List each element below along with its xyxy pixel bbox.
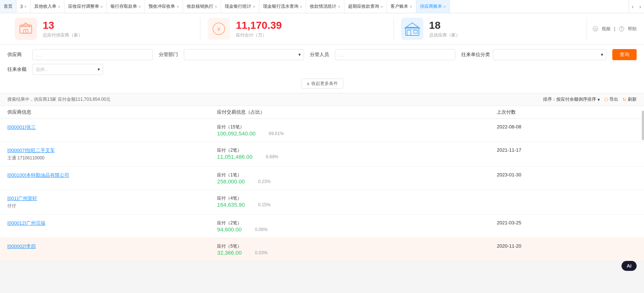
balance-filter-select[interactable]: 选择... ▾ [32, 64, 103, 75]
nav-tab-supplier-ledger[interactable]: 供应商账本 × [416, 0, 450, 13]
tx-info-cell: 应付（4笔） 164,635.90 0.15% [217, 195, 497, 208]
supplier-filter-input[interactable]: ... [32, 49, 153, 60]
person-dots-icon: ... [338, 51, 344, 58]
circle-icon2: ? [619, 26, 624, 31]
summary-card-total-suppliers: 18 总供应商（家） [394, 18, 587, 40]
supplier-name-link[interactable]: [000001]张三 [7, 124, 36, 130]
table-row: [000001]张三 应付（15笔） 100,092,540.00 89.61%… [0, 119, 644, 142]
nav-tab-adjustment[interactable]: 应收应付调整单 × [64, 0, 107, 13]
category-filter-label: 往来单位分类 [461, 51, 490, 58]
nav-tab-cash-flow[interactable]: 现金银行流水查询 × [259, 0, 306, 13]
filter-dept: 分管部门 ▾ [159, 49, 304, 60]
tx-pct-2: 0.23% [258, 179, 270, 184]
circle-icon: ⊙ [593, 26, 598, 31]
tx-amount-link-0[interactable]: 100,092,540.00 [217, 130, 255, 137]
payable-supplier-label: 总应付供应商（家） [43, 32, 83, 38]
nav-tab-collection-stat-label: 收款情况统计 [310, 3, 336, 10]
nav-tab-home[interactable]: 首页 [0, 0, 17, 13]
close-icon[interactable]: × [101, 4, 103, 9]
close-icon[interactable]: × [215, 4, 217, 9]
supplier-sub-1: 王通 17106110000 [7, 155, 217, 161]
nav-tab-supplier-ledger-label: 供应商账本 [420, 3, 442, 10]
nav-tab-home-label: 首页 [4, 3, 13, 10]
refresh-button[interactable]: ↻ 刷新 [623, 96, 637, 103]
tx-amount-link-1[interactable]: 11,051,486.00 [217, 154, 252, 160]
tx-pct-5: 0.03% [255, 250, 267, 255]
nav-tab-other-income[interactable]: 其他收入单 × [31, 0, 64, 13]
nav-tab-prepay[interactable]: 预收冲应收单 × [145, 0, 183, 13]
result-info: 搜索结果中，供应商13家 应付金额111,703,854.00元 [7, 96, 111, 103]
nav-tab-adjustment-label: 应收应付调整单 [68, 3, 99, 10]
summary-info-amount: 11,170.39 应付合计（万） [236, 19, 282, 39]
close-icon[interactable]: × [253, 4, 255, 9]
close-icon[interactable]: × [24, 4, 27, 9]
last-pay-date-4: 2021-03-25 [497, 220, 521, 225]
result-info-text: 搜索结果中，供应商13家 应付金额111,703,854.00元 [7, 96, 111, 103]
nav-tab-customer-ledger[interactable]: 客户账本 × [387, 0, 416, 13]
summary-card-total-amount: ¥ 11,170.39 应付合计（万） [200, 18, 393, 40]
help-link[interactable]: 帮助 [628, 26, 637, 32]
export-icon: ⬡ [604, 97, 608, 102]
nav-prev-button[interactable]: ‹ [629, 0, 637, 13]
filter-balance: 往来余额 选择... ▾ [7, 64, 103, 75]
table-row: [001]广州荣轩 仔仔 应付（4笔） 164,635.90 0.15% [0, 190, 644, 215]
dept-filter-select[interactable]: ▾ [184, 49, 304, 60]
collapse-filter-button[interactable]: ∧ 收起更多条件 [301, 79, 343, 89]
category-filter-select[interactable]: ▾ [493, 49, 607, 60]
supplier-name-link[interactable]: [001]广州荣轩 [7, 196, 37, 201]
nav-next-button[interactable]: › [636, 0, 644, 13]
nav-tab-bank-deposit[interactable]: 银行存取款单 × [107, 0, 145, 13]
tx-amount-link-5[interactable]: 32,366.00 [217, 249, 242, 256]
nav-tab-collection-stat[interactable]: 收款情况统计 × [306, 0, 344, 13]
supplier-name-link[interactable]: [000100]本特勤油品有限公司 [7, 172, 69, 178]
supplier-info-cell: [000002]李四 [7, 243, 217, 250]
tx-amount-link-3[interactable]: 164,635.90 [217, 201, 245, 208]
video-link[interactable]: 视频 [602, 26, 610, 32]
close-icon[interactable]: × [338, 4, 340, 9]
supplier-name-link[interactable]: [000012]广州贝瑞 [7, 220, 45, 226]
supplier-name-link[interactable]: [000002]李四 [7, 244, 36, 249]
tx-info-cell: 应付（15笔） 100,092,540.00 89.61% [217, 124, 497, 137]
nav-tab-collection-label: 收款核销执行 [187, 3, 213, 10]
close-icon[interactable]: × [58, 4, 60, 9]
top-right-links: ⊙ 视频 | ? 帮助 [587, 26, 637, 32]
close-icon[interactable]: × [176, 4, 179, 9]
close-icon[interactable]: × [139, 4, 141, 9]
last-pay-date-5: 2020-11-20 [497, 243, 521, 249]
nav-tab-3-label: 3 [20, 4, 23, 9]
nav-tab-collection[interactable]: 收款核销执行 × [183, 0, 221, 13]
supplier-name-link[interactable]: [000007]恒旺二手叉车 [7, 148, 55, 153]
nav-tab-overdue[interactable]: 超期应收款查询 × [344, 0, 387, 13]
supplier-info-cell: [000012]广州贝瑞 [7, 220, 217, 227]
chevron-down-icon3: ▾ [98, 67, 100, 72]
scrollbar-thumb[interactable] [642, 111, 644, 140]
tx-info-cell: 应付（5笔） 32,366.00 0.03% [217, 243, 497, 256]
chevron-up-icon: ∧ [307, 81, 310, 86]
refresh-label: 刷新 [628, 96, 637, 103]
close-icon[interactable]: × [444, 4, 446, 9]
tx-pct-3: 0.15% [258, 202, 270, 207]
last-pay-date-1: 2021-11-17 [497, 147, 521, 153]
result-bar: 搜索结果中，供应商13家 应付金额111,703,854.00元 排序：按应付余… [0, 93, 644, 106]
supplier-filter-label: 供应商 [7, 51, 29, 58]
sort-select[interactable]: 排序：按应付余额倒序排序 ▾ [543, 96, 600, 103]
query-button[interactable]: 查询 [612, 49, 637, 60]
tx-info-cell: 应付（2笔） 94,600.00 0.08% [217, 220, 497, 232]
tx-amount-link-2[interactable]: 258,000.00 [217, 178, 245, 185]
sort-label: 排序：按应付余额倒序排序 [543, 96, 596, 103]
close-icon[interactable]: × [410, 4, 412, 9]
nav-tab-cash-stat-label: 现金银行统计 [225, 3, 251, 10]
nav-arrows: ‹ › [629, 0, 644, 13]
nav-tab-3[interactable]: 3 × [17, 0, 31, 13]
tx-amount-link-4[interactable]: 94,600.00 [217, 226, 242, 232]
close-icon[interactable]: × [300, 4, 302, 9]
table-row: [000007]恒旺二手叉车 王通 17106110000 应付（2笔） 11,… [0, 142, 644, 167]
nav-tab-cash-stat[interactable]: 现金银行统计 × [221, 0, 259, 13]
filter-person: 分管人员 ... [310, 49, 455, 60]
export-button[interactable]: ⬡ 导出 [604, 96, 618, 103]
nav-tab-overdue-label: 超期应收款查询 [348, 3, 379, 10]
close-icon[interactable]: × [381, 4, 383, 9]
person-filter-input[interactable]: ... [335, 49, 455, 60]
svg-rect-6 [406, 27, 419, 35]
tx-label-1: 应付（2笔） [217, 147, 497, 154]
